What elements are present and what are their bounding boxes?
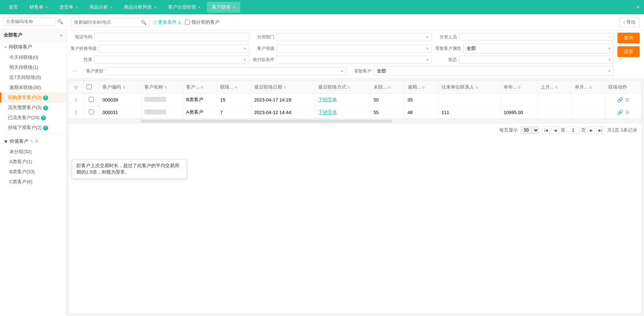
row1-checkbox[interactable] bbox=[89, 97, 94, 102]
sidebar-tomorrow-pending[interactable]: 明天待联络(1) bbox=[0, 62, 66, 72]
my-customers-wrap: 我分管的客户 bbox=[185, 19, 219, 25]
table-settings-gear[interactable]: ⚙ bbox=[74, 85, 78, 90]
dept-select[interactable]: ▾ bbox=[277, 33, 431, 41]
retail-attr-select[interactable]: 全部 ▾ bbox=[463, 43, 614, 53]
nav-product-analysis-close[interactable]: × bbox=[110, 5, 112, 9]
row2-grid-icon[interactable]: ⊞ bbox=[625, 109, 630, 115]
sidebar-a-class[interactable]: A类客户(1) bbox=[0, 157, 66, 167]
top-nav-close-icon[interactable]: × bbox=[636, 4, 640, 10]
settings-button[interactable]: 设置 bbox=[617, 46, 640, 57]
sidebar-search-icon[interactable]: 🔍 bbox=[57, 19, 63, 24]
nav-customer-contact[interactable]: 客户联络 × bbox=[207, 2, 240, 13]
th-contact-count: 联络... ⇅ bbox=[217, 81, 251, 94]
row2-method-link[interactable]: 下销货单 bbox=[318, 109, 337, 115]
row2-checkbox[interactable] bbox=[89, 109, 94, 114]
sidebar-search-input[interactable] bbox=[3, 17, 56, 26]
sidebar-7day-pending[interactable]: 近7天待联络(0) bbox=[0, 72, 66, 82]
nav-customer-tier-close[interactable]: × bbox=[198, 5, 200, 9]
lost-help-icon[interactable]: ? bbox=[41, 115, 46, 121]
prev-page-btn[interactable]: ◀ bbox=[551, 126, 559, 134]
sidebar-overdue-pending[interactable]: 逾期未联络(30) bbox=[0, 82, 66, 93]
main-search-input[interactable] bbox=[74, 20, 139, 25]
nav-purchase-close[interactable]: × bbox=[75, 5, 78, 9]
nav-sales-close[interactable]: × bbox=[46, 5, 48, 9]
row1-grid-icon[interactable]: ⊞ bbox=[625, 97, 630, 103]
phone-input[interactable] bbox=[94, 33, 249, 41]
no-contact-sort-icon[interactable]: ⇅ bbox=[388, 85, 391, 89]
nav-purchase[interactable]: 进货单 × bbox=[54, 2, 83, 13]
more-filters-btn[interactable]: ▽ 更多条件 ∧ bbox=[153, 19, 181, 25]
row2-name bbox=[141, 106, 183, 119]
persist-down-help-icon[interactable]: ? bbox=[43, 126, 48, 131]
payment-select[interactable]: ▾ bbox=[277, 56, 431, 64]
nav-customer-contact-close[interactable]: × bbox=[233, 5, 235, 9]
sidebar-lost[interactable]: 已流失客户(24) ? bbox=[0, 113, 66, 123]
sidebar-lost-label: 已流失客户(24) bbox=[8, 115, 40, 120]
sidebar-repeat-purchase[interactable]: 回购异常客户(2) ? bbox=[0, 93, 66, 103]
nav-product-list-close[interactable]: × bbox=[154, 5, 156, 9]
row1-link-icon[interactable]: 🔗 bbox=[617, 97, 623, 103]
last-page-btn[interactable]: ▶| bbox=[597, 126, 604, 134]
this-month-sort-icon[interactable]: ⇅ bbox=[589, 85, 592, 89]
table-container: 距客户上次交易时长，超过了此客户的平均交易周期的1.5倍，则视为异常。 ⚙ 客户… bbox=[69, 81, 642, 314]
row1-method-link[interactable]: 下销货单 bbox=[318, 97, 337, 102]
overdue-sort-icon[interactable]: ⇅ bbox=[422, 85, 425, 89]
cust-grade-select[interactable]: ▾ bbox=[277, 44, 431, 53]
filter-icon: ▽ bbox=[153, 20, 157, 25]
first-page-btn[interactable]: |◀ bbox=[542, 126, 550, 134]
row2-contact-count: 7 bbox=[217, 106, 251, 119]
sidebar-persist-down[interactable]: 持续下滑客户(2) ? bbox=[0, 123, 66, 133]
name-sort-icon[interactable]: ⇅ bbox=[164, 85, 167, 89]
nav-product-analysis-label: 商品分析 bbox=[89, 4, 108, 10]
sidebar-all-customers-header: 全部客户 » bbox=[0, 29, 66, 42]
horizontal-scrollbar[interactable] bbox=[69, 119, 641, 123]
code-sort-icon[interactable]: ⇅ bbox=[122, 85, 125, 89]
sidebar-unclassified[interactable]: 未分组(32) bbox=[0, 147, 66, 157]
value-settings-icon[interactable]: ⚙ bbox=[35, 139, 39, 144]
export-label: 导出 bbox=[626, 19, 636, 25]
nav-product-list[interactable]: 商品分析列表 × bbox=[119, 2, 161, 13]
th-checkbox bbox=[83, 81, 99, 94]
sidebar-collapse-icon[interactable]: » bbox=[60, 32, 62, 38]
filter-more-dots[interactable]: ··· bbox=[71, 68, 78, 74]
main-search-icon[interactable]: 🔍 bbox=[141, 20, 147, 25]
query-button[interactable]: 查询 bbox=[617, 33, 640, 43]
sidebar-pending-group[interactable]: ▼ 待联络客户 bbox=[0, 42, 66, 52]
next-page-btn[interactable]: ▶ bbox=[587, 126, 595, 134]
th-last-month-label: 上月... bbox=[541, 84, 554, 90]
filter-field-status: 状态 ▾ bbox=[435, 56, 614, 64]
repeat-purchase-help-icon[interactable]: ? bbox=[43, 95, 48, 100]
price-grade-select[interactable]: ▾ bbox=[99, 44, 249, 53]
contact-count-sort-icon[interactable]: ⇅ bbox=[235, 85, 237, 89]
category-sort-icon[interactable]: ⇅ bbox=[201, 85, 204, 89]
this-year-sort-icon[interactable]: ⇅ bbox=[518, 85, 521, 89]
lost-preview-help-icon[interactable]: ? bbox=[43, 105, 48, 110]
last-method-sort-icon[interactable]: ⇅ bbox=[347, 85, 350, 89]
last-date-sort-icon[interactable]: ⇅ bbox=[283, 85, 286, 89]
nav-sales[interactable]: 销售单 × bbox=[24, 2, 53, 13]
last-month-sort-icon[interactable]: ⇅ bbox=[555, 85, 558, 89]
th-no-contact: 未联... ⇅ bbox=[370, 81, 404, 94]
person-select[interactable]: ··· bbox=[459, 33, 614, 41]
status-select[interactable]: ▾ bbox=[459, 56, 614, 64]
contact-person-sort-icon[interactable]: ⇅ bbox=[476, 85, 478, 89]
sidebar-c-class[interactable]: C类客户(6) bbox=[0, 177, 66, 187]
retail-cust-select[interactable]: 全部 ▾ bbox=[374, 66, 614, 76]
sidebar-b-class[interactable]: B类客户(33) bbox=[0, 167, 66, 177]
value-edit-icon[interactable]: ✎ bbox=[30, 139, 33, 144]
page-input[interactable] bbox=[567, 127, 580, 134]
per-page-select[interactable]: 50 20 100 bbox=[521, 126, 539, 134]
export-btn[interactable]: ↑ 导出 bbox=[619, 17, 640, 27]
sidebar-value-label: 价值客户 bbox=[10, 138, 28, 145]
nature-select[interactable]: ▾ bbox=[94, 56, 249, 64]
nav-home[interactable]: 首页 bbox=[4, 2, 23, 13]
cust-type-select[interactable]: ▾ bbox=[106, 67, 346, 75]
sidebar-lost-preview[interactable]: 流失预警客户(3) ? bbox=[0, 103, 66, 113]
sidebar-today-pending[interactable]: 今天待联络(0) bbox=[0, 52, 66, 62]
my-customers-checkbox[interactable] bbox=[185, 20, 190, 25]
row2-overdue: 48 bbox=[404, 106, 439, 119]
nav-customer-tier[interactable]: 客户分层经营 × bbox=[163, 2, 205, 13]
select-all-checkbox[interactable] bbox=[87, 84, 92, 89]
nav-product-analysis[interactable]: 商品分析 × bbox=[84, 2, 117, 13]
row2-link-icon[interactable]: 🔗 bbox=[617, 109, 623, 115]
